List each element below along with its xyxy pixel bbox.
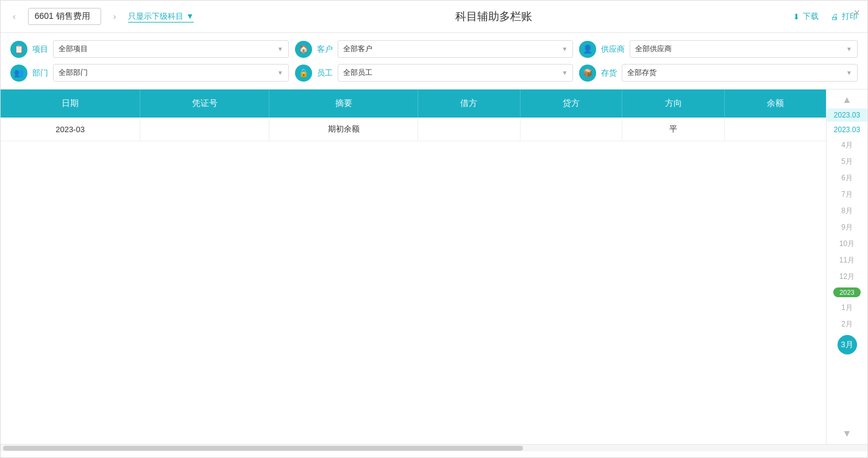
project-arrow: ▼ <box>277 46 283 52</box>
inventory-value: 全部存货 <box>627 68 656 78</box>
employee-arrow: ▼ <box>561 69 567 76</box>
download-button[interactable]: ⬇ 下载 <box>793 11 819 22</box>
download-icon: ⬇ <box>793 12 800 21</box>
inventory-arrow: ▼ <box>846 69 852 76</box>
timeline-item-aug[interactable]: 8月 <box>827 203 867 219</box>
project-label: 项目 <box>32 44 48 55</box>
department-select[interactable]: 全部部门 ▼ <box>53 64 289 82</box>
inventory-select[interactable]: 全部存货 ▼ <box>622 64 858 82</box>
supplier-value: 全部供应商 <box>635 44 672 54</box>
cell-summary: 期初余额 <box>269 118 418 141</box>
page-title: 科目辅助多栏账 <box>204 9 783 24</box>
inventory-label: 存货 <box>601 68 617 79</box>
next-account-button[interactable]: › <box>111 10 119 23</box>
filter-employee: 🔒 员工 全部员工 ▼ <box>295 64 574 82</box>
col-summary: 摘要 <box>269 90 418 118</box>
employee-icon: 🔒 <box>295 65 312 82</box>
show-sub-arrow: ▼ <box>186 12 194 21</box>
supplier-label: 供应商 <box>601 44 625 55</box>
timeline-item-nov[interactable]: 11月 <box>827 252 867 269</box>
customer-icon: 🏠 <box>295 41 312 58</box>
department-label: 部门 <box>32 68 48 79</box>
timeline-year-badge[interactable]: 2023 <box>833 287 860 297</box>
header-bar: ‹ 6601 销售费用 › 只显示下级科目 ▼ 科目辅助多栏账 ⬇ 下载 🖨 打… <box>1 1 867 33</box>
cell-credit <box>520 118 622 141</box>
cell-direction: 平 <box>622 118 725 141</box>
filter-area: 📋 项目 全部项目 ▼ 🏠 客户 全部客户 ▼ 👤 供应商 全部供应商 ▼ <box>1 33 867 90</box>
project-icon: 📋 <box>10 41 27 58</box>
timeline-period-label-2: 2023.03 <box>834 125 860 134</box>
account-code-display[interactable]: 6601 销售费用 <box>28 8 101 25</box>
timeline-item-jun[interactable]: 6月 <box>827 170 867 186</box>
cell-voucher <box>140 118 269 141</box>
supplier-arrow: ▼ <box>846 46 852 52</box>
department-value: 全部部门 <box>59 68 88 78</box>
show-sub-label: 只显示下级科目 <box>128 11 183 22</box>
col-direction: 方向 <box>622 90 725 118</box>
col-voucher: 凭证号 <box>140 90 269 118</box>
cell-date: 2023-03 <box>1 118 140 141</box>
customer-label: 客户 <box>317 44 333 55</box>
scrollbar-thumb[interactable] <box>3 446 523 451</box>
timeline-item-jul[interactable]: 7月 <box>827 186 867 203</box>
close-button[interactable]: × <box>853 7 860 19</box>
main-window: × ‹ 6601 销售费用 › 只显示下级科目 ▼ 科目辅助多栏账 ⬇ 下载 🖨… <box>0 0 868 458</box>
main-area: 日期 凭证号 摘要 借方 贷方 方向 余额 2023-03 期初余额 <box>1 90 867 444</box>
side-timeline: ▲ 2023.03 2023.03 4月 5月 6月 7月 8月 <box>826 90 867 444</box>
filter-inventory: 📦 存货 全部存货 ▼ <box>579 64 858 82</box>
timeline-item-feb[interactable]: 2月 <box>827 316 867 333</box>
timeline-item-period-2[interactable]: 2023.03 <box>827 123 867 136</box>
timeline-item-apr[interactable]: 4月 <box>827 137 867 153</box>
col-debit: 借方 <box>418 90 520 118</box>
print-icon: 🖨 <box>831 12 839 21</box>
timeline-item-oct[interactable]: 10月 <box>827 236 867 252</box>
filter-supplier: 👤 供应商 全部供应商 ▼ <box>579 40 858 58</box>
employee-label: 员工 <box>317 68 333 79</box>
timeline-item-period-1[interactable]: 2023.03 <box>827 108 867 122</box>
year-badge-label: 2023 <box>833 287 860 297</box>
filter-project: 📋 项目 全部项目 ▼ <box>10 40 289 58</box>
project-value: 全部项目 <box>59 44 88 54</box>
timeline-item-sep[interactable]: 9月 <box>827 219 867 236</box>
timeline-period-label-1: 2023.03 <box>834 111 860 119</box>
table-area[interactable]: 日期 凭证号 摘要 借方 贷方 方向 余额 2023-03 期初余额 <box>1 90 826 444</box>
inventory-icon: 📦 <box>579 65 596 82</box>
table-header-row: 日期 凭证号 摘要 借方 贷方 方向 余额 <box>1 90 826 118</box>
prev-account-button[interactable]: ‹ <box>10 10 18 23</box>
department-icon: 👥 <box>10 65 27 82</box>
department-arrow: ▼ <box>277 69 283 76</box>
show-sub-button[interactable]: 只显示下级科目 ▼ <box>128 11 194 23</box>
table-row: 2023-03 期初余额 平 <box>1 118 826 141</box>
cell-debit <box>418 118 520 141</box>
timeline-up-button[interactable]: ▲ <box>840 92 855 108</box>
col-balance: 余额 <box>725 90 826 118</box>
project-select[interactable]: 全部项目 ▼ <box>53 40 289 58</box>
employee-value: 全部员工 <box>343 68 372 78</box>
active-month-label: 3月 <box>838 335 857 354</box>
timeline-down-button[interactable]: ▼ <box>840 426 855 442</box>
data-table: 日期 凭证号 摘要 借方 贷方 方向 余额 2023-03 期初余额 <box>1 90 826 141</box>
cell-balance <box>725 118 826 141</box>
timeline-item-jan[interactable]: 1月 <box>827 300 867 316</box>
download-label: 下载 <box>803 11 819 22</box>
supplier-select[interactable]: 全部供应商 ▼ <box>630 40 858 58</box>
timeline-item-dec[interactable]: 12月 <box>827 269 867 285</box>
timeline-item-may[interactable]: 5月 <box>827 153 867 170</box>
filter-department: 👥 部门 全部部门 ▼ <box>10 64 289 82</box>
customer-arrow: ▼ <box>561 46 567 52</box>
customer-value: 全部客户 <box>343 44 372 54</box>
timeline-item-march-active[interactable]: 3月 <box>838 335 857 354</box>
col-date: 日期 <box>1 90 140 118</box>
customer-select[interactable]: 全部客户 ▼ <box>338 40 574 58</box>
col-credit: 贷方 <box>520 90 622 118</box>
filter-customer: 🏠 客户 全部客户 ▼ <box>295 40 574 58</box>
employee-select[interactable]: 全部员工 ▼ <box>338 64 574 82</box>
supplier-icon: 👤 <box>579 41 596 58</box>
horizontal-scrollbar[interactable] <box>1 444 867 451</box>
toolbar-right: ⬇ 下载 🖨 打印 <box>793 11 858 22</box>
